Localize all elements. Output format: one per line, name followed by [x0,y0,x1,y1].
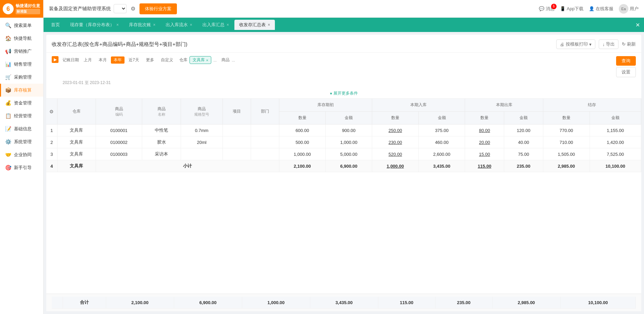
cell-out-qty[interactable]: 15.00 [465,148,504,160]
refresh-icon: ↻ [622,42,626,47]
cell-name: 中性笔 [142,125,181,136]
cell-open-amt: 1,000.00 [326,136,372,148]
tab-home[interactable]: 首页 [46,20,65,30]
cell-in-qty[interactable]: 250.00 [372,125,419,136]
settings-icon[interactable]: ⚙ [129,4,137,13]
sidebar-item-sales[interactable]: 📊 销售管理 [0,58,43,71]
cell-dept [251,125,279,136]
tab-label: 出入库汇总 [202,22,225,28]
date-btn-more[interactable]: 更多 [143,56,157,64]
sidebar-item-marketing[interactable]: 📢 营销推广 [0,45,43,58]
sidebar-item-label: 经营管理 [14,113,32,119]
expand-conditions-btn[interactable]: ▾ 展开更多条件 [52,88,636,98]
tab-flow[interactable]: 出入库流水 × [161,20,197,30]
cell-project [222,125,251,136]
page-inner: 收发存汇总表(按仓库+商品编码+商品+规格型号+项目+部门) 🖨 按模板打印 ▾… [46,35,641,311]
sidebar-item-system[interactable]: ⚙️ 系统管理 [0,135,43,148]
home-icon: 🏠 [5,35,11,42]
cell-open-qty: 500.00 [279,136,326,148]
cell-bal-qty: 1,505.00 [543,148,590,160]
trial-button[interactable]: 体验行业方案 [139,3,177,14]
page-content: 收发存汇总表(按仓库+商品编码+商品+规格型号+项目+部门) 🖨 按模板打印 ▾… [44,32,644,314]
date-btn-this-month[interactable]: 本月 [96,56,110,64]
cell-out-qty[interactable]: 80.00 [465,125,504,136]
print-button[interactable]: 🖨 按模板打印 ▾ [556,39,595,49]
expand-icon: ▾ [330,91,332,96]
goods-dots[interactable]: ... [232,58,235,63]
cell-project [222,136,251,148]
app-download-btn[interactable]: 📱 App下载 [560,6,583,12]
cell-warehouse: 文具库 [57,136,96,148]
inventory-icon: 📦 [5,87,11,93]
sidebar-item-operations[interactable]: 📋 经营管理 [0,110,43,122]
cell-no: 4 [46,160,57,172]
cell-out-qty[interactable]: 20.00 [465,136,504,148]
footer-total-bar: 合计 2,100.00 6,900.00 1,000.00 3,435.00 1… [46,294,641,311]
sidebar-item-label: 库存核算 [14,87,32,93]
operations-icon: 📋 [5,113,11,119]
cell-in-amt: 375.00 [418,125,465,136]
cell-warehouse: 文具库 [57,148,96,160]
column-settings-icon[interactable]: ⚙ [49,109,54,114]
sales-icon: 📊 [5,61,11,67]
tab-batch[interactable]: 库存批次账 × [124,20,160,30]
tab-label: 收发存汇总表 [239,22,266,28]
cell-in-qty[interactable]: 1,000.00 [372,160,419,172]
online-service-btn[interactable]: 👤 在线客服 [589,6,613,12]
sidebar-item-finance[interactable]: 💰 资金管理 [0,97,43,110]
cell-name: 胶水 [142,136,181,148]
date-btn-this-year[interactable]: 本年 [111,56,125,64]
th-out-qty: 数量 [465,112,504,125]
message-icon: 💬 [539,6,544,11]
chevron-down-icon: ▾ [589,42,592,47]
cell-out-qty[interactable]: 115.00 [465,160,504,172]
page-title: 收发存汇总表(按仓库+商品编码+商品+规格型号+项目+部门) [52,41,187,48]
cell-in-qty[interactable]: 230.00 [372,136,419,148]
warehouse-remove-icon[interactable]: × [206,58,208,62]
warehouse-dots[interactable]: ... [213,58,217,63]
cell-spec: 20ml [181,136,222,148]
filter-settings-button[interactable]: 设置 [616,67,636,77]
refresh-button[interactable]: ↻ 刷新 [622,41,636,47]
warehouse-value: 文具库 [193,57,205,63]
date-filter-label: 记账日期 [63,57,79,63]
total-open-amt: 6,900.00 [174,297,242,309]
date-btn-last-month[interactable]: 上月 [81,56,95,64]
filter-collapse-btn[interactable]: ▶ [52,56,59,63]
user-menu[interactable]: Ea 用户 [619,4,639,14]
total-empty1 [52,297,63,309]
date-btn-7days[interactable]: 近7天 [126,56,142,64]
date-btn-custom[interactable]: 自定义 [158,56,176,64]
system-title: 装备及固定资产辅助管理系统 [49,6,111,12]
sidebar-item-basic-info[interactable]: 📝 基础信息 [0,122,43,135]
cell-in-qty[interactable]: 520.00 [372,148,419,160]
tab-close-icon[interactable]: × [116,22,119,27]
th-opening-group: 库存期初 [279,99,372,112]
messages-btn[interactable]: 💬 消息 6 [539,6,555,12]
search-icon: 🔍 [5,22,11,29]
system-select[interactable] [114,4,127,13]
query-button[interactable]: 查询 [616,56,636,66]
user-label: 用户 [630,6,639,12]
sidebar-item-search[interactable]: 🔍 搜索菜单 [0,19,43,32]
tab-close-icon[interactable]: × [190,22,192,27]
tab-bar-close-icon[interactable]: ✕ [634,20,641,30]
cell-open-qty: 2,100.00 [279,160,326,172]
sidebar-item-purchase[interactable]: 🛒 采购管理 [0,71,43,84]
tab-close-icon[interactable]: × [153,22,155,27]
tab-summary[interactable]: 出入库汇总 × [198,20,234,30]
print-icon: 🖨 [560,42,564,47]
tab-close-icon[interactable]: × [227,22,229,27]
sidebar-item-inventory[interactable]: 📦 库存核算 [0,84,43,97]
export-button[interactable]: ↓ 导出 [599,39,619,49]
logo-icon: 6 [3,3,14,14]
sidebar-item-quick-nav[interactable]: 🏠 快捷导航 [0,32,43,45]
tab-stock-summary[interactable]: 收发存汇总表 × [234,20,275,30]
tab-inventory-dist[interactable]: 现存量（库存分布表） × [65,20,123,30]
tab-close-active-icon[interactable]: × [268,22,270,27]
sidebar-item-enterprise[interactable]: 🤝 企业协同 [0,148,43,161]
cell-in-amt: 2,600.00 [418,148,465,160]
sidebar-item-guide[interactable]: 🎯 新手引导 [0,161,43,174]
cell-dept [251,136,279,148]
total-row: 合计 2,100.00 6,900.00 1,000.00 3,435.00 1… [52,297,636,309]
